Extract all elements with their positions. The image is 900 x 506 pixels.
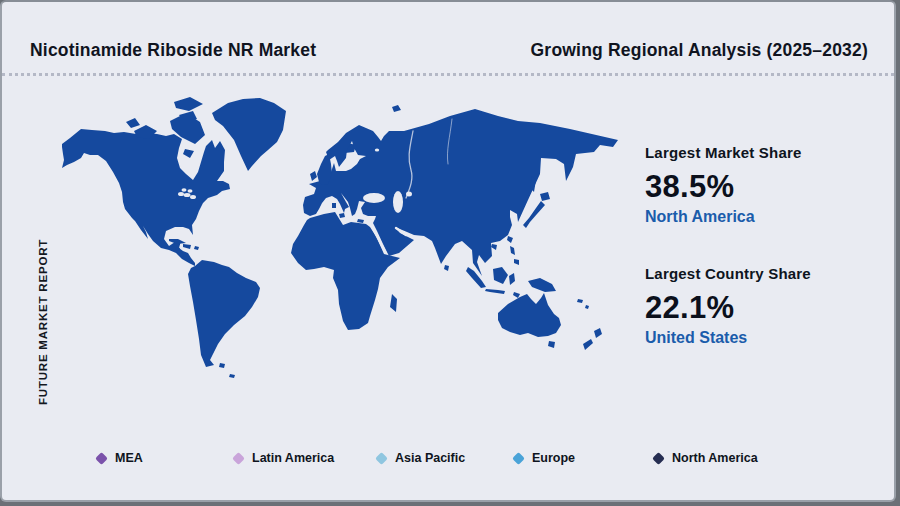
header: Nicotinamide Riboside NR Market Growing … bbox=[2, 2, 894, 76]
page-title: Nicotinamide Riboside NR Market bbox=[30, 40, 316, 61]
legend-item-latin-america: Latin America bbox=[234, 449, 334, 467]
legend-label: Asia Pacific bbox=[395, 451, 465, 465]
british-isles bbox=[310, 154, 332, 185]
stat-country-share: Largest Country Share 22.1% United State… bbox=[645, 265, 895, 347]
north-america bbox=[62, 129, 230, 266]
diamond-icon bbox=[652, 452, 665, 465]
stat-value: 22.1% bbox=[645, 290, 895, 326]
legend-label: Latin America bbox=[252, 451, 334, 465]
stat-market-share: Largest Market Share 38.5% North America bbox=[645, 144, 895, 226]
legend-label: MEA bbox=[115, 451, 143, 465]
south-america bbox=[188, 260, 260, 378]
legend-item-europe: Europe bbox=[514, 449, 575, 467]
legend-label: Europe bbox=[532, 451, 575, 465]
legend-item-asia-pacific: Asia Pacific bbox=[377, 449, 465, 467]
page-subtitle: Growing Regional Analysis (2025–2032) bbox=[531, 40, 868, 61]
stat-region: United States bbox=[645, 329, 895, 347]
legend-item-mea: MEA bbox=[97, 449, 143, 467]
continents bbox=[62, 97, 618, 378]
legend-label: North America bbox=[672, 451, 758, 465]
world-map-svg bbox=[62, 92, 646, 426]
diamond-icon bbox=[375, 452, 388, 465]
southeast-asia-islands bbox=[444, 236, 556, 298]
diamond-icon bbox=[512, 452, 525, 465]
legend: MEA Latin America Asia Pacific Europe No… bbox=[2, 449, 894, 467]
stat-value: 38.5% bbox=[645, 169, 895, 205]
stat-region: North America bbox=[645, 208, 895, 226]
legend-item-north-america: North America bbox=[654, 449, 758, 467]
diamond-icon bbox=[95, 452, 108, 465]
infographic-card: Nicotinamide Riboside NR Market Growing … bbox=[0, 0, 896, 502]
world-map bbox=[62, 92, 646, 426]
brand-vertical-text: FUTURE MARKET REPORT bbox=[37, 239, 49, 405]
stat-label: Largest Market Share bbox=[645, 144, 895, 161]
stat-label: Largest Country Share bbox=[645, 265, 895, 282]
diamond-icon bbox=[232, 452, 245, 465]
australia bbox=[498, 293, 602, 350]
